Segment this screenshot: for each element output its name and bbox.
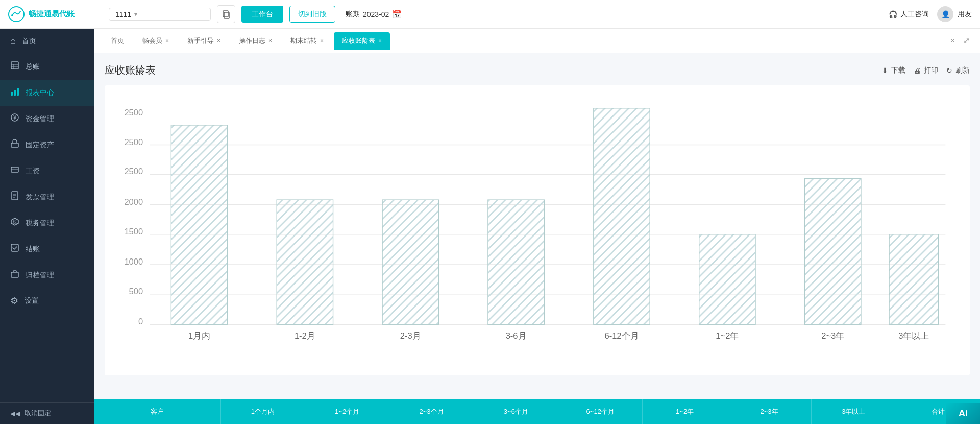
svg-text:1~2年: 1~2年 <box>716 331 739 341</box>
sidebar-label-payroll: 工资 <box>26 167 40 176</box>
company-selector[interactable]: 1111 ▾ <box>109 8 211 21</box>
collapse-icon: ◀◀ <box>10 410 20 417</box>
table-col-1m: 1个月内 <box>221 399 305 424</box>
sidebar-item-reports[interactable]: 报表中心 <box>0 80 94 106</box>
refresh-button[interactable]: ↻ 刷新 <box>946 66 970 75</box>
settings-icon: ⚙ <box>10 295 18 307</box>
svg-text:¥: ¥ <box>13 115 16 121</box>
svg-text:1000: 1000 <box>124 257 143 267</box>
main-content: 应收账龄表 ⬇ 下载 🖨 打印 ↻ 刷新 <box>94 53 980 399</box>
user-area[interactable]: 👤 用友 <box>937 6 972 22</box>
tab-ar-aging-close-icon[interactable]: × <box>378 37 382 44</box>
page-header: 应收账龄表 ⬇ 下载 🖨 打印 ↻ 刷新 <box>105 63 970 77</box>
chart-container: 0 500 1000 1500 2000 2500 2500 2500 <box>105 85 970 375</box>
sidebar-item-payroll[interactable]: 工资 <box>0 158 94 184</box>
sidebar-item-tax[interactable]: 税 税务管理 <box>0 210 94 236</box>
period-value: 2023-02 <box>363 10 389 18</box>
download-button[interactable]: ⬇ 下载 <box>882 66 905 75</box>
sidebar-item-settle[interactable]: 结账 <box>0 236 94 262</box>
sidebar-item-archive[interactable]: 归档管理 <box>0 262 94 288</box>
tax-icon: 税 <box>10 217 19 229</box>
tab-member-label: 畅会员 <box>142 36 162 45</box>
avatar-icon: 👤 <box>941 10 950 18</box>
tab-member-close-icon[interactable]: × <box>165 37 169 44</box>
top-bar: 畅捷通易代账 1111 ▾ 工作台 切到旧版 账期 2023-02 📅 🎧 人工… <box>0 0 980 29</box>
svg-rect-8 <box>11 92 13 96</box>
tab-oplog[interactable]: 操作日志 × <box>231 32 280 50</box>
toolbar: ⬇ 下载 🖨 打印 ↻ 刷新 <box>882 66 970 75</box>
tab-oplog-close-icon[interactable]: × <box>268 37 272 44</box>
funds-icon: ¥ <box>10 113 19 125</box>
svg-text:1-2月: 1-2月 <box>295 331 315 341</box>
tab-actions: × ⤢ <box>948 34 972 48</box>
ledger-icon <box>10 61 19 73</box>
consult-label: 人工咨询 <box>900 10 929 19</box>
svg-rect-42 <box>277 200 333 324</box>
ai-badge[interactable]: Ai <box>946 403 980 424</box>
collapse-button[interactable]: ◀◀ 取消固定 <box>10 409 84 418</box>
svg-rect-52 <box>805 179 861 324</box>
tab-period-end[interactable]: 期末结转 × <box>282 32 332 50</box>
svg-rect-10 <box>17 88 19 96</box>
app-container: 畅捷通易代账 1111 ▾ 工作台 切到旧版 账期 2023-02 📅 🎧 人工… <box>0 0 980 424</box>
sidebar-label-archive: 归档管理 <box>26 271 54 280</box>
sidebar-item-settings[interactable]: ⚙ 设置 <box>0 288 94 314</box>
avatar: 👤 <box>937 6 953 22</box>
main-area: ⌂ 首页 总账 <box>0 29 980 424</box>
period-label: 账期 <box>346 10 360 19</box>
consult-button[interactable]: 🎧 人工咨询 <box>889 10 929 19</box>
sidebar-label-settle: 结账 <box>26 245 40 254</box>
tab-period-end-close-icon[interactable]: × <box>320 37 324 44</box>
collapse-label: 取消固定 <box>24 409 51 418</box>
table-col-1-2y: 1~2年 <box>643 399 727 424</box>
svg-text:1月内: 1月内 <box>188 331 210 341</box>
sidebar-label-invoice: 发票管理 <box>26 193 54 202</box>
svg-rect-44 <box>382 200 438 324</box>
sidebar-item-ledger[interactable]: 总账 <box>0 54 94 80</box>
sidebar-nav: ⌂ 首页 总账 <box>0 29 94 402</box>
svg-text:3-6月: 3-6月 <box>506 331 527 341</box>
company-name: 1111 <box>115 10 131 18</box>
download-icon: ⬇ <box>882 66 888 75</box>
copy-icon <box>222 10 231 19</box>
svg-text:6-12个月: 6-12个月 <box>604 331 639 341</box>
tab-member[interactable]: 畅会员 × <box>134 32 177 50</box>
table-col-3-6m: 3~6个月 <box>474 399 558 424</box>
reports-icon <box>10 87 19 99</box>
tab-home[interactable]: 首页 <box>103 32 132 50</box>
print-button[interactable]: 🖨 打印 <box>914 66 938 75</box>
tab-oplog-label: 操作日志 <box>239 36 265 45</box>
tab-guide-close-icon[interactable]: × <box>217 37 220 44</box>
svg-rect-40 <box>171 125 227 324</box>
bar-chart: 0 500 1000 1500 2000 2500 2500 2500 <box>115 96 960 363</box>
calendar-icon[interactable]: 📅 <box>392 9 402 19</box>
content-area: 首页 畅会员 × 新手引导 × 操作日志 × 期末结转 × <box>94 29 980 424</box>
settle-icon <box>10 243 19 255</box>
switch-old-button[interactable]: 切到旧版 <box>289 6 335 23</box>
sidebar-item-funds[interactable]: ¥ 资金管理 <box>0 106 94 132</box>
expand-button[interactable]: ⤢ <box>961 34 972 48</box>
copy-button[interactable] <box>217 5 235 23</box>
sidebar-label-tax: 税务管理 <box>26 219 54 228</box>
tab-guide-label: 新手引导 <box>187 36 214 45</box>
tab-guide[interactable]: 新手引导 × <box>179 32 229 50</box>
sidebar-item-invoice[interactable]: 发票管理 <box>0 184 94 210</box>
sidebar-bottom: ◀◀ 取消固定 <box>0 402 94 424</box>
table-header: 客户 1个月内 1~2个月 2~3个月 3~6个月 6~12个月 <box>94 399 980 424</box>
sidebar-item-home[interactable]: ⌂ 首页 <box>0 29 94 54</box>
svg-text:1500: 1500 <box>124 227 143 237</box>
home-icon: ⌂ <box>10 36 16 46</box>
svg-rect-46 <box>488 200 544 324</box>
svg-rect-23 <box>11 272 18 277</box>
tab-ar-aging[interactable]: 应收账龄表 × <box>334 32 390 50</box>
svg-text:2500: 2500 <box>124 108 143 117</box>
sidebar-item-assets[interactable]: 固定资产 <box>0 132 94 158</box>
table-col-2-3y: 2~3年 <box>727 399 812 424</box>
svg-rect-54 <box>889 234 939 325</box>
sidebar-label-reports: 报表中心 <box>26 88 54 98</box>
svg-rect-14 <box>11 167 18 172</box>
workbench-button[interactable]: 工作台 <box>241 6 283 23</box>
page-title: 应收账龄表 <box>105 63 156 77</box>
close-all-button[interactable]: × <box>948 34 957 48</box>
table-col-2-3m: 2~3个月 <box>389 399 474 424</box>
